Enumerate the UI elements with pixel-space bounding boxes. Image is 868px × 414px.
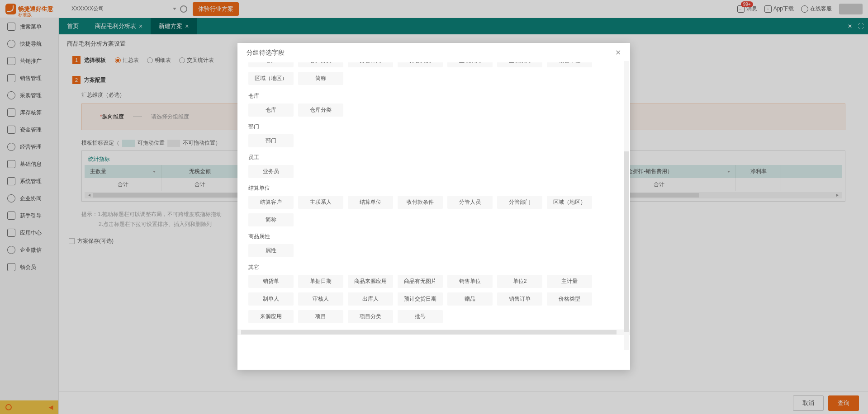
field-item[interactable]: 赠品 [447, 292, 493, 306]
field-group-title: 仓库 [248, 92, 619, 100]
field-item[interactable]: 区域（地区） [248, 72, 294, 85]
field-item[interactable]: 结算单位 [348, 196, 393, 209]
field-item[interactable]: 分管部门 [348, 62, 393, 67]
field-item[interactable]: 简称 [298, 72, 343, 85]
field-item[interactable]: 仓库分类 [298, 104, 343, 117]
field-item[interactable]: 仓库 [248, 104, 294, 117]
field-item[interactable]: 收付款条件 [398, 196, 443, 209]
field-item[interactable]: 业务员 [248, 165, 294, 178]
field-item[interactable]: 主联系人 [497, 62, 542, 67]
field-group: 商品属性属性 [248, 233, 619, 257]
field-item[interactable]: 区域（地区） [547, 196, 592, 209]
field-group-title: 商品属性 [248, 233, 619, 240]
field-items-row: 仓库仓库分类 [248, 104, 619, 117]
field-item[interactable]: 单位2 [497, 275, 542, 288]
field-item[interactable]: 客户 [248, 62, 294, 67]
field-group: 部门部门 [248, 123, 619, 147]
modal-vertical-scrollbar[interactable] [624, 61, 629, 350]
field-group: 员工业务员 [248, 154, 619, 178]
field-item[interactable]: 预计交货日期 [398, 292, 443, 306]
field-item[interactable]: 分管部门 [497, 196, 542, 209]
top-row-fields: 客户客户分类分管部门分管人员主联系人主联系人销售单位 [248, 62, 619, 67]
field-group-title: 其它 [248, 263, 619, 271]
scroll-thumb[interactable] [241, 330, 617, 334]
field-items-row: 业务员 [248, 165, 619, 178]
field-item[interactable]: 销售订单 [497, 292, 542, 306]
field-item[interactable]: 制单人 [248, 292, 294, 306]
field-item[interactable]: 出库人 [348, 292, 393, 306]
field-item[interactable]: 结算客户 [248, 196, 294, 209]
field-group-title: 员工 [248, 154, 619, 161]
field-item[interactable]: 分管人员 [398, 62, 443, 67]
group-field-modal: 分组待选字段 ✕ 客户客户分类分管部门分管人员主联系人主联系人销售单位 区域（地… [237, 43, 630, 370]
close-icon[interactable]: ✕ [615, 48, 621, 57]
field-item[interactable]: 主联系人 [298, 196, 343, 209]
scroll-thumb[interactable] [624, 151, 629, 332]
field-item[interactable]: 分管人员 [447, 196, 493, 209]
field-item[interactable]: 客户分类 [298, 62, 343, 67]
field-item[interactable]: 来源应用 [248, 310, 294, 323]
field-item[interactable]: 价格类型 [547, 292, 592, 306]
field-item[interactable]: 销售单位 [547, 62, 592, 67]
modal-body: 客户客户分类分管部门分管人员主联系人主联系人销售单位 区域（地区）简称 仓库仓库… [237, 62, 630, 370]
field-item[interactable]: 简称 [248, 213, 294, 226]
field-items-row: 结算客户主联系人结算单位收付款条件分管人员分管部门区域（地区）简称 [248, 196, 619, 226]
field-group: 其它销货单单据日期商品来源应用商品有无图片销售单位单位2主计量制单人审核人出库人… [248, 263, 619, 323]
field-item[interactable]: 商品来源应用 [348, 275, 393, 288]
field-item[interactable]: 单据日期 [298, 275, 343, 288]
field-items-row: 销货单单据日期商品来源应用商品有无图片销售单位单位2主计量制单人审核人出库人预计… [248, 275, 619, 323]
field-items-row: 属性 [248, 244, 619, 257]
field-item[interactable]: 项目分类 [348, 310, 393, 323]
modal-horizontal-scrollbar[interactable] [237, 329, 630, 335]
extra-top-fields: 区域（地区）简称 [248, 72, 619, 85]
field-group-title: 结算单位 [248, 184, 619, 192]
field-item[interactable]: 销货单 [248, 275, 294, 288]
field-group: 仓库仓库仓库分类 [248, 92, 619, 117]
field-item[interactable]: 主联系人 [447, 62, 493, 67]
field-group-title: 部门 [248, 123, 619, 131]
field-item[interactable]: 销售单位 [447, 275, 493, 288]
field-item[interactable]: 商品有无图片 [398, 275, 443, 288]
modal-inner: 客户客户分类分管部门分管人员主联系人主联系人销售单位 区域（地区）简称 仓库仓库… [248, 62, 619, 323]
field-item[interactable]: 部门 [248, 134, 294, 147]
field-item[interactable]: 属性 [248, 244, 294, 257]
field-item[interactable]: 主计量 [547, 275, 592, 288]
modal-header: 分组待选字段 ✕ [237, 43, 630, 62]
field-item[interactable]: 项目 [298, 310, 343, 323]
field-item[interactable]: 审核人 [298, 292, 343, 306]
field-group: 结算单位结算客户主联系人结算单位收付款条件分管人员分管部门区域（地区）简称 [248, 184, 619, 226]
modal-title: 分组待选字段 [247, 49, 285, 57]
field-item[interactable]: 批号 [398, 310, 443, 323]
field-items-row: 部门 [248, 134, 619, 147]
